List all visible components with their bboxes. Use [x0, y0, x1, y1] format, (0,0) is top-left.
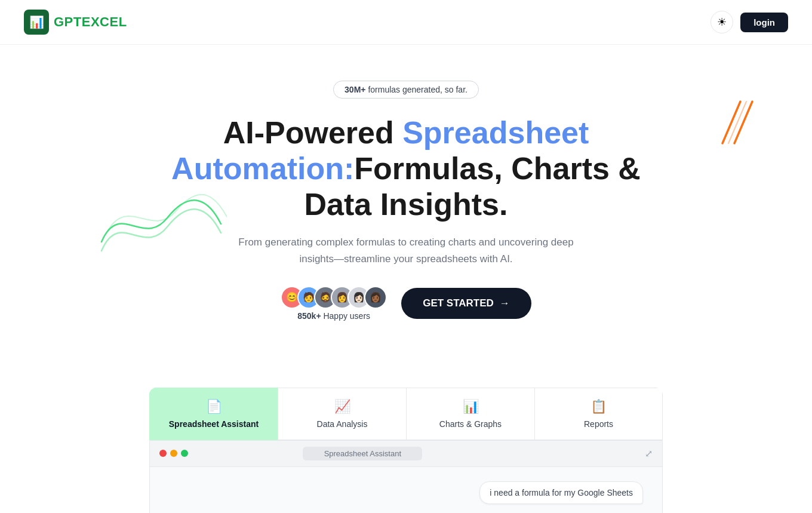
hero-subtitle: From generating complex formulas to crea…	[233, 234, 579, 266]
hero-title-prefix: AI-Powered	[223, 115, 403, 150]
social-proof: 😊 🧑 🧔 👩 👩🏻 👩🏾 850k+ Happy users GET STAR…	[24, 286, 788, 321]
tab-data-analysis[interactable]: 📈 Data Analysis	[278, 388, 406, 440]
cta-arrow-icon: →	[500, 297, 510, 309]
window-titlebar: Spreadsheet Assistant ⤢	[150, 441, 662, 467]
features-section: 📄 Spreadsheet Assistant 📈 Data Analysis …	[137, 388, 675, 513]
tab-charts-graphs[interactable]: 📊 Charts & Graphs	[406, 388, 534, 440]
tab-spreadsheet-assistant[interactable]: 📄 Spreadsheet Assistant	[149, 388, 278, 440]
avatar-group: 😊 🧑 🧔 👩 👩🏻 👩🏾	[281, 286, 387, 309]
window-controls	[159, 450, 188, 457]
badge-count: 30M+	[345, 85, 365, 94]
charts-tab-icon: 📊	[463, 399, 479, 414]
get-started-button[interactable]: GET STARTED →	[401, 288, 531, 319]
hero-title-suffix: Formulas, Charts & Data Insights.	[304, 151, 641, 222]
navbar: 📊 GPTEXCEL ☀ login	[0, 0, 812, 45]
tab-reports-label: Reports	[584, 419, 613, 429]
demo-window: Spreadsheet Assistant ⤢ i need a formula…	[149, 440, 663, 513]
avatar: 👩🏾	[364, 286, 387, 309]
nav-actions: ☀ login	[710, 11, 788, 33]
tab-charts-label: Charts & Graphs	[439, 419, 502, 429]
feature-tabs: 📄 Spreadsheet Assistant 📈 Data Analysis …	[149, 388, 663, 440]
hero-title: AI-Powered Spreadsheet Automation:Formul…	[161, 115, 651, 222]
reports-tab-icon: 📋	[590, 399, 607, 414]
badge-text: formulas generated, so far.	[368, 85, 467, 94]
tab-spreadsheet-label: Spreadsheet Assistant	[169, 419, 259, 429]
maximize-dot	[181, 450, 188, 457]
minimize-dot	[170, 450, 177, 457]
logo-link[interactable]: 📊 GPTEXCEL	[24, 10, 127, 35]
deco-squiggle-left	[96, 194, 227, 254]
tab-data-label: Data Analysis	[317, 419, 368, 429]
tab-reports[interactable]: 📋 Reports	[534, 388, 663, 440]
deco-slash-right	[710, 99, 764, 146]
sun-icon: ☀	[717, 16, 727, 29]
logo-text: GPTEXCEL	[54, 14, 127, 30]
close-dot	[159, 450, 167, 457]
user-message: i need a formula for my Google Sheets	[479, 481, 643, 504]
logo-icon: 📊	[24, 10, 49, 35]
chat-area: i need a formula for my Google Sheets G …	[150, 467, 662, 513]
data-tab-icon: 📈	[334, 399, 350, 414]
hero-section: 30M+ formulas generated, so far. AI-Powe…	[0, 45, 812, 364]
cta-label: GET STARTED	[423, 297, 494, 309]
happy-users-label: 850k+ Happy users	[297, 311, 370, 321]
badge: 30M+ formulas generated, so far.	[333, 81, 479, 99]
login-button[interactable]: login	[740, 13, 788, 32]
spreadsheet-tab-icon: 📄	[206, 399, 222, 414]
expand-icon[interactable]: ⤢	[645, 448, 653, 459]
theme-toggle-button[interactable]: ☀	[710, 11, 733, 33]
window-title: Spreadsheet Assistant	[303, 447, 422, 460]
